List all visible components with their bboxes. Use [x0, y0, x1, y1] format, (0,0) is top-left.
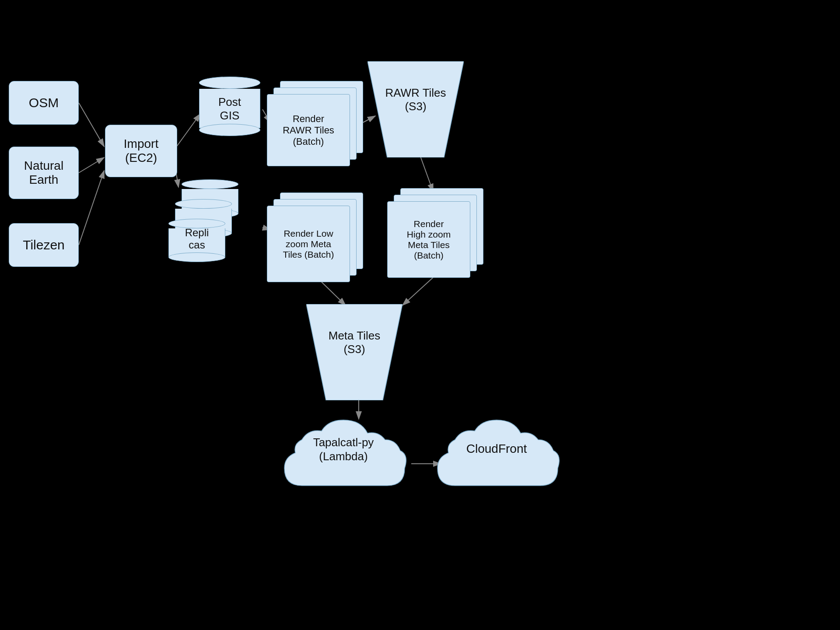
rawr-tiles-s3: RAWR Tiles (S3): [368, 61, 464, 158]
meta-tiles-s3: Meta Tiles (S3): [306, 304, 402, 400]
svg-line-3: [79, 171, 104, 245]
render-high-zoom-label: Render High zoom Meta Tiles (Batch): [407, 219, 451, 261]
osm-label: OSM: [29, 95, 59, 110]
cloudfront-label: CloudFront: [466, 442, 527, 455]
meta-tiles-s3-label: Meta Tiles (S3): [329, 329, 381, 356]
rawr-tiles-s3-label: RAWR Tiles (S3): [385, 86, 446, 113]
tilezen-box: Tilezen: [9, 223, 79, 267]
tapalcatl-cloud: Tapalcatl-py (Lambda): [276, 411, 411, 503]
render-rawr-batch: Render RAWR Tiles (Batch): [267, 81, 368, 168]
cloudfront-cloud: CloudFront: [429, 411, 564, 503]
svg-line-1: [79, 103, 104, 147]
import-ec2-label: Import (EC2): [124, 137, 158, 165]
svg-line-11: [402, 273, 438, 305]
svg-line-9: [420, 155, 433, 192]
replicas-label: Repli cas: [185, 227, 209, 253]
natural-earth-box: Natural Earth: [9, 147, 79, 199]
replicas-container: Repli cas: [168, 179, 260, 280]
osm-box: OSM: [9, 81, 79, 125]
natural-earth-label: Natural Earth: [24, 159, 63, 187]
render-low-zoom-label: Render Low zoom Meta Tiles (Batch): [283, 228, 334, 260]
tapalcatl-label: Tapalcatl-py (Lambda): [313, 436, 374, 463]
svg-line-2: [79, 158, 104, 173]
postgis-cylinder: Post GIS: [199, 77, 260, 136]
render-high-zoom-batch: Render High zoom Meta Tiles (Batch): [387, 188, 488, 278]
render-rawr-label: Render RAWR Tiles (Batch): [283, 113, 334, 147]
svg-line-4: [175, 114, 200, 149]
postgis-label: Post GIS: [218, 95, 241, 124]
import-ec2-box: Import (EC2): [105, 125, 177, 177]
tilezen-label: Tilezen: [23, 238, 65, 252]
render-low-zoom-batch: Render Low zoom Meta Tiles (Batch): [267, 192, 368, 280]
